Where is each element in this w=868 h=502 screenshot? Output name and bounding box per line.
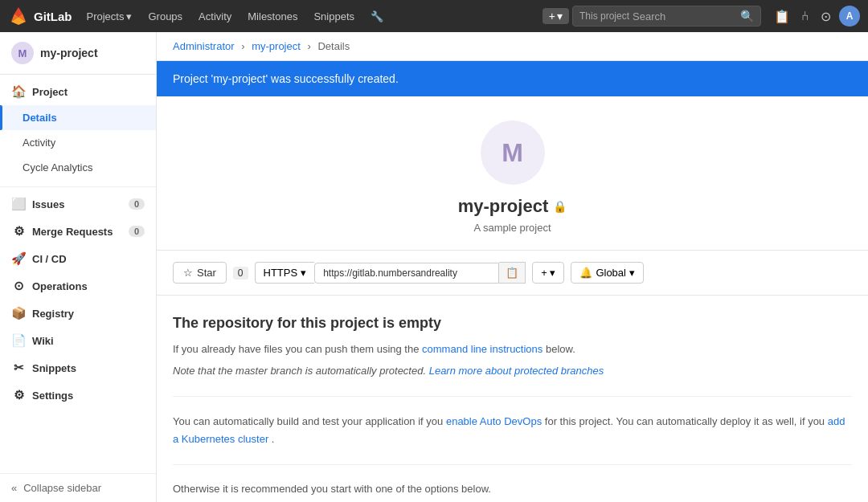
empty-repo-line1: If you already have files you can push t… (173, 341, 852, 358)
nav-todo-icon[interactable]: 📋 (771, 6, 793, 27)
success-message: Project 'my-project' was successfully cr… (173, 72, 399, 85)
add-button[interactable]: + ▾ (532, 262, 564, 284)
clone-url-input[interactable] (314, 263, 499, 284)
top-navigation: GitLab Projects ▾ Groups Activity Milest… (0, 0, 868, 32)
star-icon: ☆ (183, 267, 193, 279)
sidebar-label-activity: Activity (23, 137, 55, 149)
empty-repo-note: Note that the master branch is automatic… (173, 363, 852, 380)
sidebar-item-project[interactable]: 🏠 Project (0, 78, 156, 105)
nav-groups[interactable]: Groups (141, 7, 189, 26)
sidebar-item-merge-requests[interactable]: ⚙ Merge Requests 0 (0, 218, 156, 245)
breadcrumb-sep2: › (307, 40, 310, 52)
sidebar-collapse-button[interactable]: « Collapse sidebar (0, 473, 156, 502)
search-project-label: This project (579, 10, 629, 22)
sidebar-item-activity[interactable]: Activity (0, 130, 156, 155)
home-icon: 🏠 (11, 84, 26, 99)
main-content: Administrator › my-project › Details Pro… (157, 32, 868, 502)
nav-icon-group: 📋 ⑃ ⊙ A (771, 6, 860, 27)
user-avatar[interactable]: A (839, 6, 860, 27)
add-icon: + (541, 267, 547, 279)
protected-branches-link[interactable]: Learn more about protected branches (429, 365, 604, 377)
divider (173, 396, 852, 397)
star-button[interactable]: ☆ Star (173, 262, 227, 284)
enable-autodevops-link[interactable]: enable Auto DevOps (446, 415, 542, 427)
empty-repo-text-pre: If you already have files you can push t… (173, 343, 419, 355)
search-input[interactable] (633, 10, 737, 22)
clone-group: HTTPS ▾ 📋 (255, 262, 526, 284)
sidebar-item-settings[interactable]: ⚙ Settings (0, 382, 156, 409)
nav-wrench[interactable]: 🔧 (364, 7, 390, 26)
sidebar-section-project: 🏠 Project Details Activity Cycle Analyti… (0, 75, 156, 183)
sidebar-item-ci-cd[interactable]: 🚀 CI / CD (0, 245, 156, 272)
sidebar-project-header[interactable]: M my-project (0, 32, 156, 75)
autodevops-text: You can automatically build and test you… (173, 413, 852, 448)
issues-icon: ⬜ (11, 197, 26, 211)
dropdown-arrow: ▾ (126, 10, 132, 22)
content-area: The repository for this project is empty… (157, 296, 868, 502)
sidebar: M my-project 🏠 Project Details Activity … (0, 32, 157, 502)
sidebar-label-settings: Settings (32, 390, 73, 402)
search-icon: 🔍 (740, 10, 754, 22)
command-line-link[interactable]: command line instructions (422, 343, 542, 355)
breadcrumb-administrator[interactable]: Administrator (173, 40, 235, 52)
nav-snippets[interactable]: Snippets (307, 7, 361, 26)
issues-badge: 0 (129, 198, 145, 210)
settings-icon: ⚙ (11, 388, 26, 402)
autodevops-pre: You can automatically build and test you… (173, 415, 443, 427)
star-label: Star (197, 267, 216, 279)
merge-requests-icon: ⚙ (11, 224, 26, 239)
sidebar-label-cycle-analytics: Cycle Analytics (23, 161, 92, 173)
dropdown-arrow-icon: ▾ (301, 267, 306, 279)
sidebar-project-name: my-project (40, 47, 98, 59)
clone-copy-button[interactable]: 📋 (499, 262, 526, 284)
nav-projects[interactable]: Projects ▾ (80, 7, 139, 26)
empty-repo-text-post: below. (546, 343, 575, 355)
sidebar-item-operations[interactable]: ⊙ Operations (0, 272, 156, 300)
sidebar-item-registry[interactable]: 📦 Registry (0, 300, 156, 327)
collapse-label: Collapse sidebar (23, 482, 101, 494)
https-label: HTTPS (264, 267, 298, 279)
success-banner: Project 'my-project' was successfully cr… (157, 61, 868, 96)
notification-button[interactable]: 🔔 Global ▾ (571, 262, 644, 284)
lock-icon: 🔒 (553, 200, 567, 213)
autodevops-end: . (272, 433, 275, 445)
ci-cd-icon: 🚀 (11, 251, 26, 266)
empty-repo-title: The repository for this project is empty (173, 315, 852, 332)
sidebar-item-details[interactable]: Details (0, 105, 156, 130)
nav-activity[interactable]: Activity (192, 7, 238, 26)
breadcrumb: Administrator › my-project › Details (157, 32, 868, 61)
project-name: my-project (458, 196, 548, 217)
sidebar-item-wiki[interactable]: 📄 Wiki (0, 327, 156, 354)
sidebar-item-issues[interactable]: ⬜ Issues 0 (0, 190, 156, 218)
sidebar-label-details: Details (23, 112, 57, 124)
gitlab-wordmark: GitLab (34, 10, 72, 23)
registry-icon: 📦 (11, 306, 26, 320)
nav-issues-icon[interactable]: ⊙ (817, 6, 834, 27)
create-new-button[interactable]: + ▾ (542, 8, 569, 24)
sidebar-item-snippets[interactable]: ✂ Snippets (0, 354, 156, 382)
breadcrumb-my-project[interactable]: my-project (252, 40, 301, 52)
nav-milestones[interactable]: Milestones (241, 7, 304, 26)
https-dropdown-button[interactable]: HTTPS ▾ (255, 262, 315, 284)
notification-label: Global (596, 267, 626, 279)
divider2 (173, 464, 852, 465)
project-title: my-project 🔒 (173, 196, 852, 217)
nav-merge-icon[interactable]: ⑃ (798, 6, 813, 27)
sidebar-item-cycle-analytics[interactable]: Cycle Analytics (0, 155, 156, 180)
sidebar-project-avatar: M (11, 42, 34, 64)
dropdown-arrow3: ▾ (629, 267, 635, 279)
sidebar-label-merge-requests: Merge Requests (32, 226, 113, 238)
search-bar[interactable]: This project 🔍 (572, 6, 761, 27)
sidebar-label-snippets: Snippets (32, 362, 76, 374)
wiki-icon: 📄 (11, 333, 26, 348)
project-avatar: M (481, 120, 545, 185)
page-layout: M my-project 🏠 Project Details Activity … (0, 32, 868, 502)
breadcrumb-details: Details (317, 40, 350, 52)
note-text-pre: Note that the master branch is automatic… (173, 365, 426, 377)
gitlab-logo[interactable]: GitLab (8, 6, 72, 27)
sidebar-label-operations: Operations (32, 280, 88, 292)
dropdown-arrow2: ▾ (550, 267, 555, 279)
snippets-icon: ✂ (11, 361, 26, 375)
operations-icon: ⊙ (11, 279, 26, 293)
action-bar: ☆ Star 0 HTTPS ▾ 📋 + ▾ 🔔 Global (157, 251, 868, 296)
